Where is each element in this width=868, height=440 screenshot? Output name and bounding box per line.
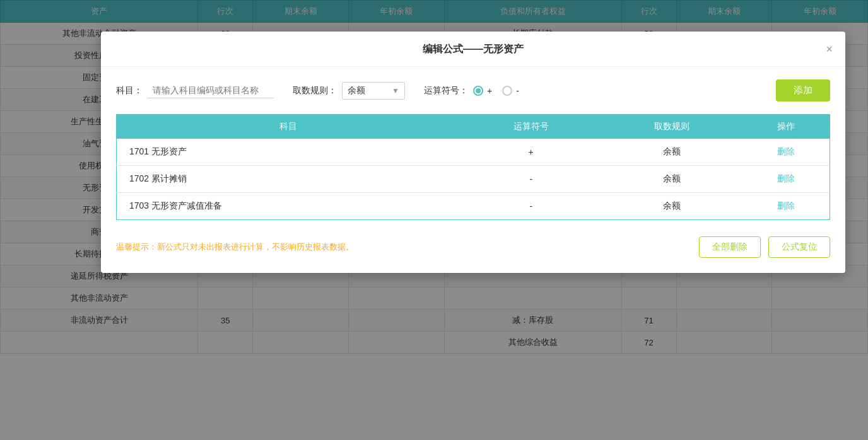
formula-table: 科目 运算符号 取数规则 操作 1701 无形资产+余额删除1702 累计摊销-… <box>116 114 830 220</box>
modal-form-row: 科目： 取数规则： 余额 ▼ 运算符号： + - 添加 <box>101 67 845 114</box>
col-header-action: 操作 <box>742 115 830 139</box>
subject-label: 科目： <box>116 85 143 96</box>
operator-minus-radio-circle <box>502 86 512 96</box>
operator-minus-label: - <box>516 86 519 96</box>
modal-bottom-row: 温馨提示：新公式只对未出报表进行计算，不影响历史报表数据。 全部删除 公式复位 <box>101 230 845 260</box>
formula-table-wrap: 科目 运算符号 取数规则 操作 1701 无形资产+余额删除1702 累计摊销-… <box>101 114 845 220</box>
formula-row-rule: 余额 <box>602 139 743 166</box>
subject-field-group: 科目： <box>116 83 274 98</box>
rule-label: 取数规则： <box>293 85 337 96</box>
col-header-operator: 运算符号 <box>460 115 602 139</box>
formula-table-row: 1703 无形资产减值准备-余额删除 <box>117 193 830 220</box>
delete-row-link[interactable]: 删除 <box>777 200 795 211</box>
edit-formula-modal: 编辑公式——无形资产 × 科目： 取数规则： 余额 ▼ 运算符号： + <box>101 32 845 273</box>
add-button[interactable]: 添加 <box>776 79 830 101</box>
formula-table-header-row: 科目 运算符号 取数规则 操作 <box>117 115 830 139</box>
operator-plus-radio[interactable]: + <box>473 86 492 96</box>
rule-field-group: 取数规则： 余额 ▼ <box>293 82 405 100</box>
operator-radio-group: + - <box>473 86 519 96</box>
modal-header: 编辑公式——无形资产 × <box>101 32 845 67</box>
modal-close-button[interactable]: × <box>826 43 833 55</box>
formula-row-rule: 余额 <box>602 193 743 220</box>
formula-row-operator: + <box>460 139 602 166</box>
formula-row-operator: - <box>460 166 602 193</box>
delete-all-button[interactable]: 全部删除 <box>699 236 761 258</box>
operator-plus-label: + <box>487 86 492 96</box>
rule-select-value: 余额 <box>348 85 387 96</box>
formula-row-rule: 余额 <box>602 166 743 193</box>
operator-label: 运算符号： <box>424 85 468 96</box>
formula-table-row: 1701 无形资产+余额删除 <box>117 139 830 166</box>
col-header-subject: 科目 <box>117 115 460 139</box>
bottom-button-group: 全部删除 公式复位 <box>699 236 830 258</box>
formula-row-subject: 1701 无形资产 <box>117 139 460 166</box>
formula-row-subject: 1702 累计摊销 <box>117 166 460 193</box>
formula-row-subject: 1703 无形资产减值准备 <box>117 193 460 220</box>
formula-row-action: 删除 <box>742 139 830 166</box>
formula-table-row: 1702 累计摊销-余额删除 <box>117 166 830 193</box>
operator-minus-radio[interactable]: - <box>502 86 519 96</box>
subject-input[interactable] <box>148 83 274 98</box>
formula-row-operator: - <box>460 193 602 220</box>
operator-field-group: 运算符号： + - <box>424 85 538 96</box>
formula-row-action: 删除 <box>742 193 830 220</box>
rule-select[interactable]: 余额 ▼ <box>342 82 405 100</box>
formula-row-action: 删除 <box>742 166 830 193</box>
col-header-rule: 取数规则 <box>602 115 743 139</box>
operator-plus-radio-circle <box>473 86 483 96</box>
delete-row-link[interactable]: 删除 <box>777 173 795 183</box>
modal-title: 编辑公式——无形资产 <box>423 43 524 56</box>
reset-formula-button[interactable]: 公式复位 <box>768 236 830 258</box>
rule-select-arrow-icon: ▼ <box>392 86 399 95</box>
delete-row-link[interactable]: 删除 <box>777 146 795 156</box>
hint-text: 温馨提示：新公式只对未出报表进行计算，不影响历史报表数据。 <box>116 241 354 253</box>
